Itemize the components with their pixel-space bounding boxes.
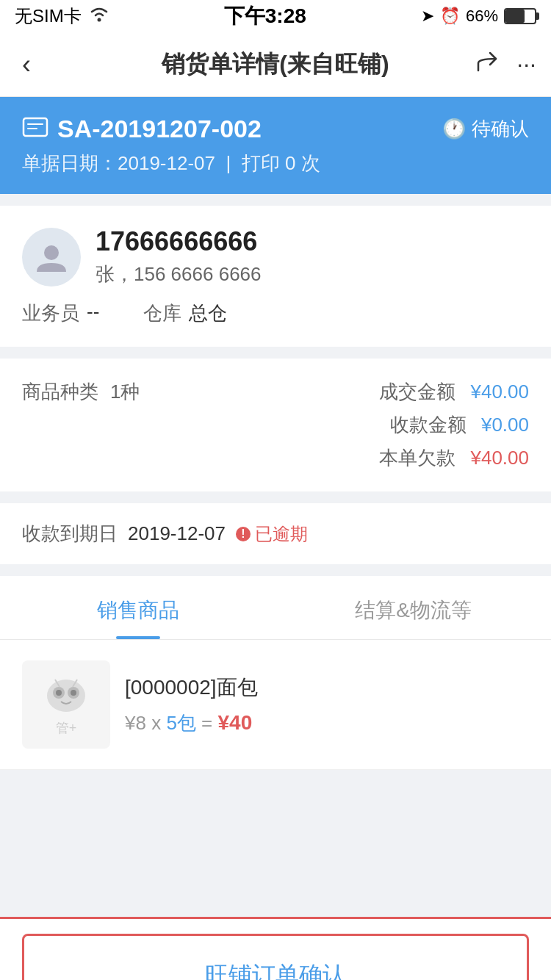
customer-info: 17666666666 张，156 6666 6666: [96, 226, 262, 287]
product-name: [0000002]面包: [125, 674, 529, 702]
owed-label: 本单欠款: [379, 445, 455, 471]
order-date-info: 单据日期：2019-12-07 | 打印 0 次: [22, 151, 529, 176]
salesperson-value: --: [87, 300, 99, 326]
salesperson-label: 业务员: [22, 300, 79, 326]
overdue-text: 已逾期: [255, 522, 308, 546]
salesperson-item: 业务员 --: [22, 300, 99, 326]
deal-amount-line: 成交金额 ¥40.00: [379, 379, 529, 405]
confirm-button[interactable]: 旺铺订单确认: [22, 934, 529, 980]
wifi-icon: [89, 6, 109, 26]
svg-point-7: [71, 690, 76, 696]
status-right: ➤ ⏰ 66%: [421, 7, 536, 26]
status-left: 无SIM卡: [15, 4, 109, 28]
received-label: 收款金额: [390, 412, 467, 438]
battery-percent: 66%: [466, 7, 498, 26]
customer-meta: 业务员 -- 仓库 总仓: [22, 300, 529, 326]
tabs-header: 销售商品 结算&物流等: [0, 576, 551, 640]
deal-amount-label: 成交金额: [379, 379, 455, 405]
due-date-value: 2019-12-07: [128, 522, 226, 545]
logo-text: 管+: [56, 719, 77, 737]
tab-settlement[interactable]: 结算&物流等: [276, 576, 551, 639]
summary-section: 商品种类 1种 成交金额 ¥40.00 收款金额 ¥0.00 本单欠款 ¥40.…: [0, 359, 551, 491]
received-value: ¥0.00: [481, 414, 529, 436]
equals-sign: =: [201, 712, 217, 734]
page-title: 销货单详情(来自旺铺): [162, 48, 389, 81]
svg-point-0: [97, 18, 101, 22]
due-date-section: 收款到期日 2019-12-07 ! 已逾期: [0, 503, 551, 564]
status-bar: 无SIM卡 下午3:28 ➤ ⏰ 66%: [0, 0, 551, 32]
customer-row: 17666666666 张，156 6666 6666: [22, 226, 529, 287]
warehouse-value: 总仓: [189, 300, 227, 326]
product-list: 管+ [0000002]面包 ¥8 x 5包 = ¥40: [0, 640, 551, 770]
amount-summary: 成交金额 ¥40.00 收款金额 ¥0.00 本单欠款 ¥40.00: [379, 379, 529, 471]
product-info: [0000002]面包 ¥8 x 5包 = ¥40: [125, 674, 529, 736]
location-icon: ➤: [421, 7, 434, 26]
multiply-sign: x: [151, 712, 166, 734]
order-id-text: SA-20191207-002: [57, 115, 262, 143]
product-price: ¥8: [125, 712, 146, 734]
order-id: SA-20191207-002: [22, 115, 262, 143]
tab-products[interactable]: 销售商品: [0, 576, 276, 639]
customer-name-detail: 张，156 6666 6666: [96, 262, 262, 287]
product-type-label: 商品种类: [22, 379, 98, 405]
back-button[interactable]: ‹: [15, 42, 38, 87]
svg-point-2: [44, 245, 59, 260]
bottom-bar: 旺铺订单确认: [0, 917, 551, 980]
more-icon[interactable]: ···: [516, 51, 536, 78]
deal-amount-value: ¥40.00: [470, 381, 529, 403]
customer-section: 17666666666 张，156 6666 6666 业务员 -- 仓库 总仓: [0, 206, 551, 347]
order-status-text: 待确认: [472, 116, 529, 142]
overdue-dot-icon: !: [236, 527, 251, 541]
avatar: [22, 228, 81, 287]
order-status-badge: 🕐 待确认: [442, 116, 529, 142]
product-price-row: ¥8 x 5包 = ¥40: [125, 710, 529, 736]
owed-amount-line: 本单欠款 ¥40.00: [379, 445, 529, 471]
svg-point-3: [47, 680, 85, 712]
order-header-card: SA-20191207-002 🕐 待确认 单据日期：2019-12-07 | …: [0, 97, 551, 194]
product-total: ¥40: [218, 711, 253, 734]
owed-value: ¥40.00: [470, 447, 529, 469]
tabs-section: 销售商品 结算&物流等: [0, 576, 551, 770]
product-logo: 管+: [40, 672, 92, 737]
clock-icon: 🕐: [442, 118, 466, 140]
warehouse-label: 仓库: [143, 300, 181, 326]
product-type-value: 1种: [110, 379, 140, 405]
order-header-top: SA-20191207-002 🕐 待确认: [22, 115, 529, 143]
alarm-icon: ⏰: [440, 7, 460, 26]
order-icon: [22, 115, 48, 143]
share-icon[interactable]: [475, 50, 499, 79]
product-item: 管+ [0000002]面包 ¥8 x 5包 = ¥40: [0, 640, 551, 770]
warehouse-item: 仓库 总仓: [143, 300, 227, 326]
product-type: 商品种类 1种: [22, 379, 140, 405]
customer-phone: 17666666666: [96, 226, 262, 257]
nav-bar: ‹ 销货单详情(来自旺铺) ···: [0, 32, 551, 97]
nav-actions: ···: [475, 50, 536, 79]
received-amount-line: 收款金额 ¥0.00: [390, 412, 529, 438]
status-time: 下午3:28: [224, 2, 306, 30]
carrier-label: 无SIM卡: [15, 4, 82, 28]
svg-rect-1: [24, 118, 47, 136]
svg-point-6: [56, 690, 62, 696]
due-date-label: 收款到期日: [22, 521, 118, 547]
product-thumbnail: 管+: [22, 660, 110, 749]
battery-icon: [504, 8, 536, 24]
empty-space: [0, 770, 551, 917]
product-qty: 5包: [166, 712, 195, 734]
overdue-badge: ! 已逾期: [236, 522, 308, 546]
